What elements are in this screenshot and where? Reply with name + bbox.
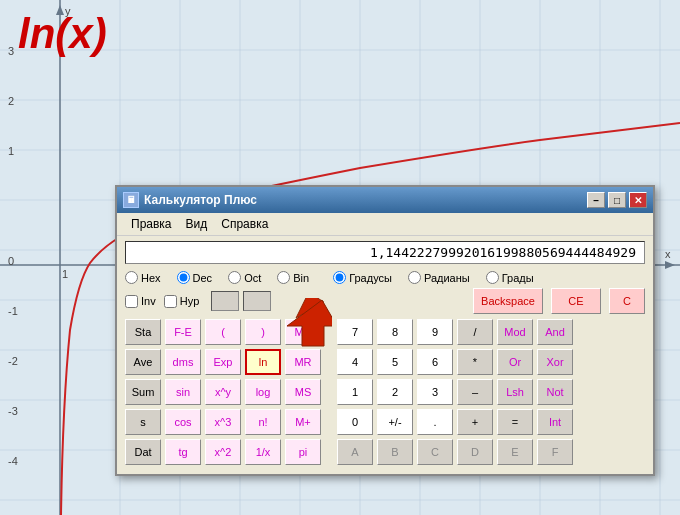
- btn-divide[interactable]: /: [457, 319, 493, 345]
- backspace-button[interactable]: Backspace: [473, 288, 543, 314]
- btn-f[interactable]: F: [537, 439, 573, 465]
- ce-button[interactable]: CE: [551, 288, 601, 314]
- radio-grady-input[interactable]: [486, 271, 499, 284]
- btn-s[interactable]: s: [125, 409, 161, 435]
- radio-hex[interactable]: Hex: [125, 271, 161, 284]
- radio-radians-input[interactable]: [408, 271, 421, 284]
- btn-dot[interactable]: .: [417, 409, 453, 435]
- btn-fe[interactable]: F-E: [165, 319, 201, 345]
- btn-dat[interactable]: Dat: [125, 439, 161, 465]
- btn-minus[interactable]: –: [457, 379, 493, 405]
- btn-9[interactable]: 9: [417, 319, 453, 345]
- number-base-row: Hex Dec Oct Bin Градусы Радианы Грады: [117, 269, 653, 286]
- btn-cos[interactable]: cos: [165, 409, 201, 435]
- title-bar: 🖩 Калькулятор Плюс – □ ✕: [117, 187, 653, 213]
- btn-not[interactable]: Not: [537, 379, 573, 405]
- btn-and[interactable]: And: [537, 319, 573, 345]
- button-row-4: s cos x^3 n! M+ 0 +/- . + = Int: [125, 409, 645, 435]
- btn-nfact[interactable]: n!: [245, 409, 281, 435]
- window-title: Калькулятор Плюс: [144, 193, 587, 207]
- btn-dms[interactable]: dms: [165, 349, 201, 375]
- btn-a[interactable]: A: [337, 439, 373, 465]
- menu-view[interactable]: Вид: [180, 215, 214, 233]
- btn-3[interactable]: 3: [417, 379, 453, 405]
- btn-ln[interactable]: ln: [245, 349, 281, 375]
- btn-int[interactable]: Int: [537, 409, 573, 435]
- check-inv[interactable]: Inv: [125, 295, 156, 308]
- btn-c-hex[interactable]: C: [417, 439, 453, 465]
- svg-text:1: 1: [62, 268, 68, 280]
- btn-4[interactable]: 4: [337, 349, 373, 375]
- check-hyp[interactable]: Hyp: [164, 295, 200, 308]
- btn-log[interactable]: log: [245, 379, 281, 405]
- hyp-checkbox[interactable]: [164, 295, 177, 308]
- calculator-window: 🖩 Калькулятор Плюс – □ ✕ Правка Вид Спра…: [115, 185, 655, 476]
- button-row-3: Sum sin x^y log MS 1 2 3 – Lsh Not: [125, 379, 645, 405]
- btn-or[interactable]: Or: [497, 349, 533, 375]
- menu-edit[interactable]: Правка: [125, 215, 178, 233]
- btn-d[interactable]: D: [457, 439, 493, 465]
- calculator-display: 1,14422279992016199880569444484929: [125, 241, 645, 264]
- radio-dec-input[interactable]: [177, 271, 190, 284]
- radio-dec-label: Dec: [193, 272, 213, 284]
- radio-grady[interactable]: Грады: [486, 271, 534, 284]
- btn-xpowy[interactable]: x^y: [205, 379, 241, 405]
- radio-radians[interactable]: Радианы: [408, 271, 470, 284]
- btn-open-paren[interactable]: (: [205, 319, 241, 345]
- btn-xpow2[interactable]: x^2: [205, 439, 241, 465]
- radio-bin-input[interactable]: [277, 271, 290, 284]
- btn-plus[interactable]: +: [457, 409, 493, 435]
- button-row-2: Ave dms Exp ln MR 4 5 6 * Or Xor: [125, 349, 645, 375]
- btn-6[interactable]: 6: [417, 349, 453, 375]
- radio-dec[interactable]: Dec: [177, 271, 213, 284]
- btn-plusminus[interactable]: +/-: [377, 409, 413, 435]
- btn-exp[interactable]: Exp: [205, 349, 241, 375]
- radio-hex-input[interactable]: [125, 271, 138, 284]
- btn-pi[interactable]: pi: [285, 439, 321, 465]
- mode-boxes: [211, 291, 271, 311]
- btn-sta[interactable]: Sta: [125, 319, 161, 345]
- btn-xpow3[interactable]: x^3: [205, 409, 241, 435]
- svg-text:-4: -4: [8, 455, 18, 467]
- c-button[interactable]: C: [609, 288, 645, 314]
- radio-oct-input[interactable]: [228, 271, 241, 284]
- maximize-button[interactable]: □: [608, 192, 626, 208]
- btn-b[interactable]: B: [377, 439, 413, 465]
- btn-xor[interactable]: Xor: [537, 349, 573, 375]
- btn-lsh[interactable]: Lsh: [497, 379, 533, 405]
- radio-oct[interactable]: Oct: [228, 271, 261, 284]
- menu-help[interactable]: Справка: [215, 215, 274, 233]
- btn-1[interactable]: 1: [337, 379, 373, 405]
- minimize-button[interactable]: –: [587, 192, 605, 208]
- btn-multiply[interactable]: *: [457, 349, 493, 375]
- btn-5[interactable]: 5: [377, 349, 413, 375]
- btn-equals[interactable]: =: [497, 409, 533, 435]
- radio-bin-label: Bin: [293, 272, 309, 284]
- inv-checkbox[interactable]: [125, 295, 138, 308]
- btn-mplus[interactable]: M+: [285, 409, 321, 435]
- btn-2[interactable]: 2: [377, 379, 413, 405]
- btn-close-paren[interactable]: ): [245, 319, 281, 345]
- btn-tg[interactable]: tg: [165, 439, 201, 465]
- btn-e[interactable]: E: [497, 439, 533, 465]
- btn-ms[interactable]: MS: [285, 379, 321, 405]
- btn-sin[interactable]: sin: [165, 379, 201, 405]
- mode-box-1: [211, 291, 239, 311]
- radio-degrees-input[interactable]: [333, 271, 346, 284]
- radio-bin[interactable]: Bin: [277, 271, 309, 284]
- btn-mc[interactable]: MC: [285, 319, 321, 345]
- btn-sum[interactable]: Sum: [125, 379, 161, 405]
- close-button[interactable]: ✕: [629, 192, 647, 208]
- btn-7[interactable]: 7: [337, 319, 373, 345]
- radio-degrees[interactable]: Градусы: [333, 271, 392, 284]
- radio-oct-label: Oct: [244, 272, 261, 284]
- btn-mr[interactable]: MR: [285, 349, 321, 375]
- btn-reciprocal[interactable]: 1/x: [245, 439, 281, 465]
- btn-ave[interactable]: Ave: [125, 349, 161, 375]
- svg-text:0: 0: [8, 255, 14, 267]
- btn-mod[interactable]: Mod: [497, 319, 533, 345]
- btn-8[interactable]: 8: [377, 319, 413, 345]
- button-area: Sta F-E ( ) MC 7 8 9 / Mod And Ave dms E…: [117, 316, 653, 474]
- svg-marker-34: [665, 261, 675, 269]
- btn-0[interactable]: 0: [337, 409, 373, 435]
